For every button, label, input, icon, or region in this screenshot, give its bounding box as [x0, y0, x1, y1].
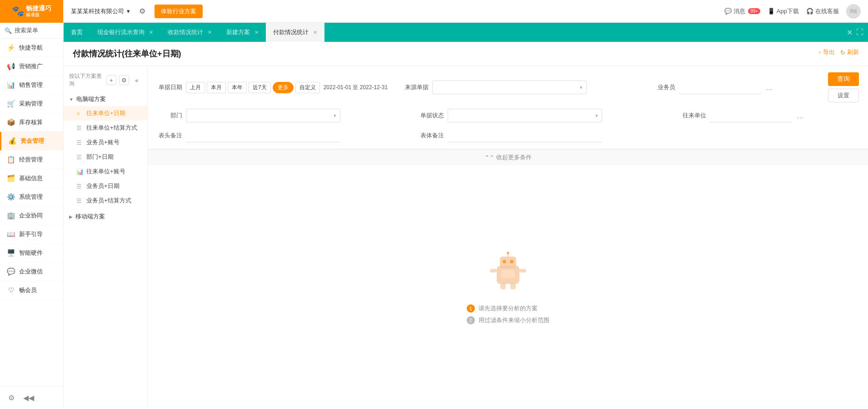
sidebar-item-operations[interactable]: 📋 经营管理	[0, 151, 63, 169]
date-btn-more[interactable]: 更多	[273, 82, 294, 93]
staff-filter-col: 业务员 ...	[650, 81, 817, 94]
source-select[interactable]: ▾	[432, 81, 587, 94]
app-download-btn[interactable]: 📱 App下载	[768, 7, 799, 15]
tab-payment-stats[interactable]: 收款情况统计✕	[160, 23, 219, 42]
note-head-input[interactable]	[186, 129, 340, 142]
page-title: 付款情况统计(往来单位+日期)	[73, 48, 181, 66]
doc-status-select[interactable]: ▾	[448, 109, 602, 122]
tab-bank-flow[interactable]: 现金银行流水查询✕	[90, 23, 160, 42]
mobile-icon: 📱	[768, 8, 775, 15]
sidebar-collapse-icon[interactable]: ◀◀	[22, 391, 35, 404]
sidebar-item-marketing[interactable]: 📢 营销推广	[0, 57, 63, 76]
sidebar-item-inventory[interactable]: 📦 库存核算	[0, 113, 63, 132]
user-avatar[interactable]: Rit	[846, 4, 861, 19]
svg-rect-6	[490, 269, 497, 273]
svg-rect-7	[519, 269, 526, 273]
scheme-item-icon-partner-date: ○	[76, 110, 84, 117]
scheme-group-mobile: ▶ 移动端方案	[64, 210, 147, 223]
nav-icon-finance: 💰	[8, 136, 17, 146]
app-name: 畅捷通巧	[26, 5, 51, 12]
sidebar-item-vip[interactable]: ♡ 畅会员	[0, 281, 63, 300]
sidebar-item-weixin[interactable]: 💬 企业微信	[0, 263, 63, 281]
scheme-settings-btn[interactable]: ⚙	[119, 75, 129, 85]
sidebar-item-quick-nav[interactable]: ⚡ 快捷导航	[0, 39, 63, 57]
note-body-input[interactable]	[448, 129, 602, 142]
sidebar-item-hardware[interactable]: 🖥️ 智能硬件	[0, 244, 63, 263]
tab-close-pay-stats[interactable]: ✕	[313, 30, 317, 35]
expand-icon[interactable]: ⛶	[856, 28, 863, 36]
sidebar-item-purchase[interactable]: 🛒 采购管理	[0, 95, 63, 113]
refresh-label: 刷新	[847, 48, 859, 56]
online-service-btn[interactable]: 🎧 在线客服	[806, 7, 839, 15]
sidebar-search-label: 搜索菜单	[15, 26, 38, 35]
set-btn[interactable]: 设置	[828, 89, 859, 102]
note-head-col: 表头备注	[157, 129, 411, 142]
tab-close-new-scheme[interactable]: ✕	[254, 30, 259, 35]
date-btn-this-year[interactable]: 本年	[228, 82, 247, 93]
scheme-item-partner-account[interactable]: 📊 往来单位+账号	[64, 164, 147, 179]
partner-dots[interactable]: ...	[797, 111, 804, 121]
date-btn-this-month[interactable]: 本月	[207, 82, 226, 93]
content-area: 付款情况统计(往来单位+日期) ↑ 导出 ↻ 刷新 按以下方案查询 +	[64, 42, 868, 409]
hint-num-2: 2	[467, 316, 475, 324]
export-btn[interactable]: ↑ 导出	[818, 48, 835, 56]
sidebar-item-guide[interactable]: 📖 新手引导	[0, 225, 63, 244]
topbar-settings-btn[interactable]: ⚙	[135, 5, 149, 18]
trial-btn[interactable]: 体验行业方案	[155, 5, 203, 18]
partner-input[interactable]	[710, 109, 792, 122]
hint-text-2: 用过滤条件来缩小分析范围	[479, 316, 549, 324]
sidebar-settings-icon[interactable]: ⚙	[5, 391, 18, 404]
scheme-item-partner-settle[interactable]: ☰ 往来单位+结算方式	[64, 121, 147, 135]
scheme-item-label-dept-date: 部门+日期	[86, 153, 114, 161]
nav-label-sales: 销售管理	[19, 81, 43, 89]
tab-close-payment-stats[interactable]: ✕	[208, 30, 212, 35]
staff-input[interactable]	[679, 81, 761, 94]
sidebar-nav: ⚡ 快捷导航 📢 营销推广 📊 销售管理 🛒 采购管理 📦 库存核算 💰 资金管…	[0, 39, 63, 300]
scheme-item-dept-date[interactable]: ☰ 部门+日期	[64, 150, 147, 164]
staff-dots[interactable]: ...	[766, 83, 773, 92]
scheme-item-staff-date[interactable]: ☰ 业务员+日期	[64, 179, 147, 193]
sidebar-item-enterprise[interactable]: 🏢 企业协同	[0, 207, 63, 225]
collapse-btn[interactable]: ⌃⌃ 收起更多条件	[148, 149, 868, 165]
scheme-panel-header: 按以下方案查询 + ⚙ «	[64, 70, 147, 91]
close-all-icon[interactable]: ✕	[847, 28, 853, 37]
date-btn-last-month[interactable]: 上月	[186, 82, 205, 93]
topbar-right: 💬 消息 99+ 📱 App下载 🎧 在线客服 Rit	[724, 4, 861, 19]
date-label: 单据日期	[157, 83, 182, 91]
sidebar-item-basic-info[interactable]: 🗂️ 基础信息	[0, 169, 63, 188]
message-badge: 99+	[748, 8, 760, 14]
query-btn[interactable]: 查询	[828, 72, 859, 86]
scheme-group-title-desktop[interactable]: ▼ 电脑端方案	[64, 92, 147, 106]
date-btn-custom[interactable]: 自定义	[295, 82, 320, 93]
filter-row-2: 部门 ▾ 单据状态 ▾	[157, 109, 859, 122]
date-btn-7days[interactable]: 近7天	[249, 82, 271, 93]
scheme-item-staff-account[interactable]: ☰ 业务员+账号	[64, 135, 147, 150]
search-icon: 🔍	[5, 27, 12, 34]
tab-pay-stats[interactable]: 付款情况统计✕	[266, 23, 324, 42]
scheme-collapse-btn[interactable]: «	[132, 75, 142, 85]
tabbar-right: ✕ ⛶	[847, 23, 868, 42]
message-btn[interactable]: 💬 消息 99+	[724, 7, 760, 15]
scheme-item-staff-settle[interactable]: ☰ 业务员+结算方式	[64, 193, 147, 208]
source-filter-col: 来源单据 ▾	[403, 81, 642, 94]
nav-label-enterprise: 企业协同	[19, 212, 43, 220]
sidebar-item-system[interactable]: ⚙️ 系统管理	[0, 188, 63, 207]
scheme-item-partner-date[interactable]: ○ 往来单位+日期	[64, 106, 147, 121]
sidebar-item-sales[interactable]: 📊 销售管理	[0, 76, 63, 95]
tab-home[interactable]: 首页	[64, 23, 90, 42]
scheme-add-btn[interactable]: +	[106, 75, 116, 85]
company-selector[interactable]: 某某某科技有限公司 ▾	[71, 7, 130, 15]
sidebar-search-item[interactable]: 🔍 搜索菜单	[0, 23, 63, 39]
tab-close-bank-flow[interactable]: ✕	[149, 30, 153, 35]
sidebar-item-finance[interactable]: 💰 资金管理	[0, 132, 63, 151]
dept-select-arrow: ▾	[334, 113, 336, 119]
nav-icon-hardware: 🖥️	[6, 248, 15, 258]
svg-rect-9	[510, 283, 516, 289]
doc-status-label: 单据状态	[419, 111, 444, 120]
dept-select[interactable]: ▾	[186, 109, 340, 122]
scheme-item-icon-dept-date: ☰	[76, 154, 84, 161]
scheme-group-title-mobile[interactable]: ▶ 移动端方案	[64, 210, 147, 223]
refresh-btn[interactable]: ↻ 刷新	[840, 48, 859, 56]
nav-icon-guide: 📖	[6, 230, 15, 239]
tab-new-scheme[interactable]: 新建方案✕	[219, 23, 266, 42]
